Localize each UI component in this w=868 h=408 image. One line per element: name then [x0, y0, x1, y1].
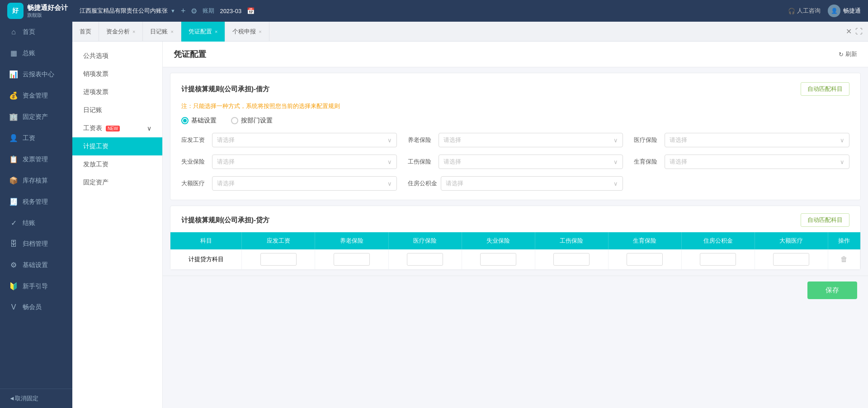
- delete-row-button[interactable]: 🗑: [840, 255, 848, 263]
- tab-tax-report-close[interactable]: ×: [259, 29, 261, 34]
- debit-form-grid: 应发工资 请选择 ∨ 养老保险 请选择 ∨: [181, 133, 849, 191]
- company-selector[interactable]: 江西服宝精品有限责任公司内账张 ▼: [80, 7, 175, 15]
- save-button[interactable]: 保存: [807, 281, 857, 299]
- sidebar-item-close[interactable]: ✓ 结账: [0, 212, 72, 234]
- td-zhufang: [681, 249, 755, 270]
- sidebar-label-vip: 畅会员: [23, 303, 42, 311]
- close-tab-button[interactable]: ✕: [846, 27, 852, 36]
- tab-bar: 首页 资金分析 × 日记账 × 凭证配置 × 个税申报 × ✕ ⛶: [72, 22, 868, 42]
- debit-section: 计提核算规则(公司承担)-借方 自动匹配科目 注：只能选择一种方式，系统将按照您…: [170, 73, 861, 200]
- field-yiliao-select[interactable]: 请选择 ∨: [665, 133, 849, 147]
- settings-icon[interactable]: ⚙: [191, 7, 197, 15]
- headset-icon: 🎧: [788, 8, 795, 14]
- col-dale: 大额医疗: [755, 232, 828, 249]
- add-tab-button[interactable]: +: [181, 6, 186, 16]
- field-yingfa-select[interactable]: 请选择 ∨: [212, 133, 397, 147]
- tab-fund-close[interactable]: ×: [132, 29, 135, 34]
- input-yanglao[interactable]: [334, 253, 370, 266]
- radio-group: 基础设置 按部门设置: [181, 117, 849, 125]
- tab-home-label: 首页: [80, 28, 91, 36]
- debit-auto-match-button[interactable]: 自动匹配科目: [801, 82, 849, 96]
- input-dale[interactable]: [773, 253, 809, 266]
- sidebar-item-fund-mgmt[interactable]: 💰 资金管理: [0, 85, 72, 106]
- fund-icon: 💰: [9, 91, 18, 100]
- sidebar-item-guide[interactable]: 🔰 新手引导: [0, 276, 72, 297]
- sidebar-label-basic-settings: 基础设置: [23, 261, 48, 269]
- tab-journal-close[interactable]: ×: [170, 29, 173, 34]
- input-zhufang[interactable]: [700, 253, 736, 266]
- radio-by-dept[interactable]: 按部门设置: [231, 117, 273, 125]
- input-shengyu[interactable]: [627, 253, 663, 266]
- td-dale: [755, 249, 828, 270]
- tab-fund[interactable]: 资金分析 ×: [99, 22, 143, 42]
- field-shiye-select[interactable]: 请选择 ∨: [212, 155, 397, 169]
- tab-voucher-config[interactable]: 凭证配置 ×: [181, 22, 225, 42]
- tab-journal-label: 日记账: [150, 28, 168, 36]
- sidebar-item-fixed-assets[interactable]: 🏢 固定资产: [0, 106, 72, 127]
- table-header-row: 科目 应发工资 养老保险 医疗保险 失业保险 工伤保险 生育保险 住房公积金 大…: [170, 232, 860, 249]
- radio-basic[interactable]: 基础设置: [181, 117, 217, 125]
- field-yingfa-placeholder: 请选择: [217, 136, 235, 144]
- sidebar-item-tax[interactable]: 🧾 税务管理: [0, 191, 72, 212]
- sub-nav-purchase-invoice[interactable]: 进项发票: [72, 83, 162, 101]
- radio-basic-label: 基础设置: [191, 117, 217, 125]
- input-yingfa[interactable]: [260, 253, 297, 266]
- credit-section-title: 计提核算规则(公司承担)-贷方: [181, 216, 269, 225]
- sidebar-item-inventory[interactable]: 📦 库存核算: [0, 170, 72, 191]
- td-yanglao: [315, 249, 388, 270]
- field-yiliao-label: 医疗保险: [634, 136, 661, 144]
- sub-nav-accrual[interactable]: 计提工资: [72, 137, 162, 155]
- sub-nav-salary-table-label: 工资表 NEW: [83, 124, 120, 132]
- vip-icon: V: [9, 303, 18, 311]
- input-gongshang[interactable]: [553, 253, 590, 266]
- field-gongshang: 工伤保险 请选择 ∨: [408, 155, 623, 169]
- sub-nav-pay-salary[interactable]: 发放工资: [72, 155, 162, 174]
- sidebar-item-basic-settings[interactable]: ⚙ 基础设置: [0, 254, 72, 276]
- sidebar-item-invoice[interactable]: 📋 发票管理: [0, 149, 72, 170]
- field-yanglao-label: 养老保险: [408, 136, 435, 144]
- company-name: 江西服宝精品有限责任公司内账张: [80, 7, 168, 15]
- refresh-button[interactable]: ↻ 刷新: [839, 50, 857, 58]
- sub-nav-salary-table[interactable]: 工资表 NEW ∨: [72, 119, 162, 137]
- sidebar-item-salary[interactable]: 👤 工资: [0, 127, 72, 149]
- top-bar: 好 畅捷通好会计 旗舰版 江西服宝精品有限责任公司内账张 ▼ + ⚙ 账期 20…: [0, 0, 868, 22]
- tab-home[interactable]: 首页: [72, 22, 99, 42]
- sub-nav-sales-invoice[interactable]: 销项发票: [72, 65, 162, 83]
- sub-nav-fixed-assets-config[interactable]: 固定资产: [72, 174, 162, 192]
- field-shengyu-label: 生育保险: [634, 158, 661, 166]
- expand-tab-button[interactable]: ⛶: [855, 28, 863, 36]
- field-yingfa: 应发工资 请选择 ∨: [181, 133, 397, 147]
- col-action: 操作: [828, 232, 860, 249]
- sidebar-label-home: 首页: [23, 28, 35, 36]
- field-gongshang-select[interactable]: 请选择 ∨: [439, 155, 623, 169]
- input-shiye[interactable]: [480, 253, 516, 266]
- field-dale-label: 大额医疗: [181, 179, 208, 188]
- sub-nav-journal[interactable]: 日记账: [72, 101, 162, 119]
- input-yiliao[interactable]: [407, 253, 443, 266]
- col-yiliao: 医疗保险: [388, 232, 462, 249]
- sidebar-item-archive[interactable]: 🗄 归档管理: [0, 234, 72, 254]
- field-shengyu-select[interactable]: 请选择 ∨: [665, 155, 849, 169]
- user-area[interactable]: 👤 畅捷通: [828, 5, 861, 17]
- field-shengyu: 生育保险 请选择 ∨: [634, 155, 849, 169]
- field-yanglao-select[interactable]: 请选择 ∨: [439, 133, 623, 147]
- tab-bar-actions: ✕ ⛶: [846, 27, 868, 36]
- sidebar-item-cloud-report[interactable]: 📊 云报表中心: [0, 64, 72, 85]
- field-dale-select[interactable]: 请选择 ∨: [212, 176, 397, 191]
- sidebar-item-ledger[interactable]: ▦ 总账: [0, 42, 72, 64]
- radio-basic-circle: [181, 117, 189, 124]
- sidebar: ⌂ 首页 ▦ 总账 📊 云报表中心 💰 资金管理 🏢 固定资产 👤 工资 📋 发…: [0, 22, 72, 408]
- sidebar-item-vip[interactable]: V 畅会员: [0, 297, 72, 318]
- tab-tax-report[interactable]: 个税申报 ×: [225, 22, 269, 42]
- tab-voucher-config-close[interactable]: ×: [215, 29, 217, 34]
- calendar-icon[interactable]: 📅: [247, 7, 255, 14]
- unpin-button[interactable]: ◄取消固定: [0, 389, 72, 408]
- credit-auto-match-button[interactable]: 自动匹配科目: [801, 213, 849, 227]
- top-bar-center: 江西服宝精品有限责任公司内账张 ▼ + ⚙ 账期 2023-03 📅: [80, 6, 788, 16]
- sidebar-label-salary: 工资: [23, 134, 35, 142]
- sidebar-item-home[interactable]: ⌂ 首页: [0, 22, 72, 42]
- sub-nav-public[interactable]: 公共选项: [72, 47, 162, 65]
- field-zhufang-select[interactable]: 请选择 ∨: [441, 176, 623, 191]
- tab-journal[interactable]: 日记账 ×: [143, 22, 181, 42]
- service-button[interactable]: 🎧 人工咨询: [788, 7, 821, 15]
